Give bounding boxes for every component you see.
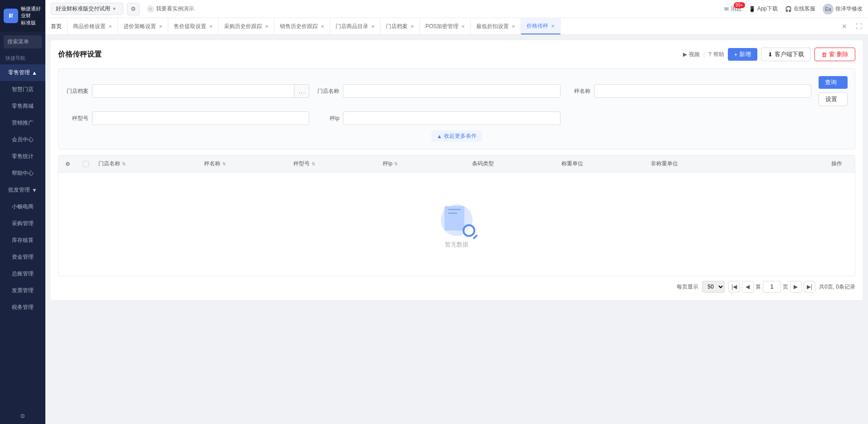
per-page-select[interactable]: 50 10 20 100 <box>702 281 725 293</box>
sidebar-item-retail-stats[interactable]: 零售统计 <box>0 148 45 165</box>
sidebar-item-online-store[interactable]: 零售商城 <box>0 98 45 115</box>
sidebar-item-retail[interactable]: 零售管理 ▲ <box>0 64 45 81</box>
last-page-button[interactable]: ▶| <box>804 281 815 293</box>
tab-home[interactable]: 首页 <box>45 18 68 34</box>
search-form: 门店档案 … 门店名称 秤名称 查 <box>58 68 855 149</box>
tab-pos-manage[interactable]: POS加密管理 ✕ <box>420 18 471 34</box>
sidebar-item-tax[interactable]: 税务管理 <box>0 299 45 316</box>
tab-expand-button[interactable]: ⛶ <box>853 21 864 32</box>
th-settings[interactable]: ⚙ <box>59 156 77 172</box>
sort-scale-name-icon: ⇅ <box>222 161 226 166</box>
sidebar-item-invoice-label: 发票管理 <box>12 287 34 294</box>
tab-purchase-strategy-label: 进价策略设置 <box>123 23 156 30</box>
app-download-icon: 📱 <box>749 6 756 12</box>
tab-close-all-button[interactable]: ✕ <box>839 21 850 32</box>
sidebar-settings-icon[interactable]: ⚙ <box>0 408 45 424</box>
tab-store-catalog-close[interactable]: ✕ <box>371 24 375 29</box>
logo-icon: 财 <box>4 9 18 23</box>
scale-model-input[interactable] <box>92 111 309 125</box>
app-download-button[interactable]: 📱 App下载 <box>749 5 778 13</box>
th-scale-name[interactable]: 秤名称 ⇅ <box>200 155 290 172</box>
search-menu-button[interactable]: 搜索菜单 <box>4 35 42 48</box>
first-page-button[interactable]: |◀ <box>728 281 740 293</box>
page-number-input[interactable] <box>763 281 781 293</box>
scale-name-input[interactable] <box>594 84 811 98</box>
sidebar-item-xiaochang[interactable]: 小畅电商 <box>0 198 45 215</box>
header-settings-button[interactable]: ⚙ <box>127 3 140 15</box>
tab-sale-history-close[interactable]: ✕ <box>321 24 324 29</box>
tab-store-profile[interactable]: 门店档案 ✕ <box>380 18 420 34</box>
sidebar-item-marketing-label: 营销推广 <box>12 120 34 126</box>
sidebar-item-retail-stats-label: 零售统计 <box>12 153 34 159</box>
settings-button[interactable]: 设置 <box>819 92 848 106</box>
scale-ip-input[interactable] <box>343 111 560 125</box>
headset-icon: 🎧 <box>785 6 792 12</box>
sidebar-item-marketing[interactable]: 营销推广 <box>0 115 45 131</box>
tab-min-discount[interactable]: 最低折扣设置 ✕ <box>471 18 521 34</box>
sidebar-item-tax-label: 税务管理 <box>12 304 34 310</box>
tab-price-settings-close[interactable]: ✕ <box>108 24 112 29</box>
tab-store-catalog[interactable]: 门店商品目录 ✕ <box>330 18 380 34</box>
video-link[interactable]: ▶ 视频 <box>683 51 700 58</box>
download-client-button[interactable]: ⬇ 客户端下载 <box>761 48 811 61</box>
th-scale-ip[interactable]: 秤ip ⇅ <box>379 155 468 172</box>
sidebar-item-finance[interactable]: 资金管理 <box>0 249 45 265</box>
tab-sale-price-close[interactable]: ✕ <box>209 24 213 29</box>
sidebar-item-smart-store[interactable]: 智慧门店 <box>0 81 45 98</box>
th-scale-model[interactable]: 秤型号 ⇅ <box>290 155 379 172</box>
user-menu[interactable]: Ea 徐泽华修改 <box>823 4 863 14</box>
store-profile-dots-button[interactable]: … <box>294 84 309 98</box>
sidebar-item-invoice[interactable]: 发票管理 <box>0 282 45 299</box>
form-row-1: 门店档案 … 门店名称 秤名称 查 <box>66 76 848 106</box>
delete-button[interactable]: 🗑 窗 删除 <box>814 48 855 61</box>
add-button[interactable]: + 新增 <box>728 48 758 61</box>
help-link[interactable]: ? 帮助 <box>708 51 724 58</box>
tab-purchase-history-close[interactable]: ✕ <box>265 24 268 29</box>
tab-store-profile-close[interactable]: ✕ <box>410 24 414 29</box>
select-all-checkbox[interactable] <box>83 161 89 167</box>
pagination-bar: 每页显示 50 10 20 100 |◀ ◀ 算 页 ▶ ▶| 共0页, 0条记… <box>58 276 855 293</box>
add-icon: + <box>734 51 738 58</box>
tab-price-transfer[interactable]: 价格传秤 ✕ <box>521 18 561 34</box>
tab-purchase-strategy[interactable]: 进价策略设置 ✕ <box>118 18 168 34</box>
collapse-button[interactable]: ▲ 收起更多条件 <box>431 130 482 142</box>
tab-min-discount-close[interactable]: ✕ <box>512 24 515 29</box>
prev-page-button[interactable]: ◀ <box>742 281 754 293</box>
th-non-weight-unit-label: 非称重单位 <box>651 160 678 168</box>
online-service-button[interactable]: 🎧 在线客服 <box>785 5 815 13</box>
th-scale-name-label: 秤名称 <box>204 160 220 168</box>
tab-price-transfer-close[interactable]: ✕ <box>551 24 555 29</box>
sidebar-item-general-ledger[interactable]: 总账管理 <box>0 265 45 282</box>
messages-button[interactable]: ✉ 消息 99+ <box>724 5 741 13</box>
sidebar-item-wholesale[interactable]: 批发管理 ▼ <box>0 182 45 198</box>
version-selector[interactable]: 好业财标准版交付试用 ▼ <box>51 3 123 15</box>
tab-pos-manage-close[interactable]: ✕ <box>461 24 465 29</box>
tab-purchase-history[interactable]: 采购历史价跟踪 ✕ <box>219 18 274 34</box>
next-page-button[interactable]: ▶ <box>790 281 802 293</box>
tab-price-settings[interactable]: 商品价格设置 ✕ <box>68 18 118 34</box>
store-profile-input[interactable] <box>92 84 294 98</box>
collapse-icon: ▲ <box>437 133 442 140</box>
sidebar-item-help[interactable]: 帮助中心 <box>0 165 45 182</box>
sidebar-item-inventory[interactable]: 库存核算 <box>0 232 45 249</box>
tab-purchase-strategy-close[interactable]: ✕ <box>159 24 162 29</box>
th-checkbox[interactable] <box>77 156 95 172</box>
collapse-label: 收起更多条件 <box>444 132 477 140</box>
tab-sale-history[interactable]: 销售历史价跟踪 ✕ <box>274 18 330 34</box>
help-icon: ? <box>708 51 712 58</box>
query-button[interactable]: 查询 <box>819 76 848 89</box>
header-right: ✉ 消息 99+ 📱 App下载 🎧 在线客服 Ea 徐泽华修改 <box>724 4 863 14</box>
tab-pos-manage-label: POS加密管理 <box>425 23 458 30</box>
table-header: ⚙ 门店名称 ⇅ 秤名称 ⇅ 秤型号 ⇅ <box>59 155 855 173</box>
sidebar-item-purchase[interactable]: 采购管理 <box>0 215 45 232</box>
version-dropdown-arrow-icon: ▼ <box>112 6 117 11</box>
data-table: ⚙ 门店名称 ⇅ 秤名称 ⇅ 秤型号 ⇅ <box>58 155 855 276</box>
divider: | <box>703 51 705 58</box>
message-icon: ✉ <box>724 6 729 12</box>
th-store-name[interactable]: 门店名称 ⇅ <box>95 155 200 172</box>
sidebar-item-member-label: 会员中心 <box>12 136 34 143</box>
demo-button[interactable]: ○ 我要看实例演示 <box>143 3 198 14</box>
tab-sale-price[interactable]: 售价提取设置 ✕ <box>168 18 219 34</box>
store-name-input[interactable] <box>343 84 560 98</box>
sidebar-item-member[interactable]: 会员中心 <box>0 131 45 148</box>
